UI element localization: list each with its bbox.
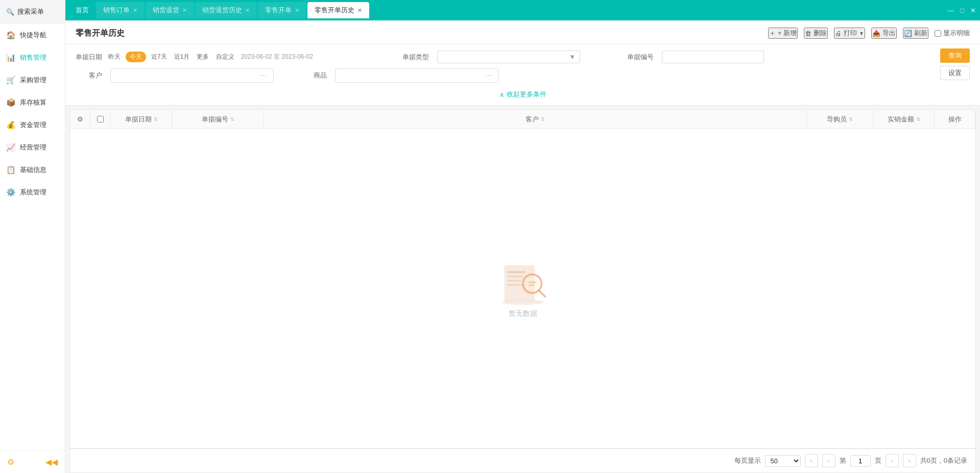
th-date[interactable]: 单据日期 ⇅	[111, 111, 172, 128]
close-tab-retail-open[interactable]: ✕	[295, 7, 299, 14]
collapse-btn[interactable]: ∧ 收起更多条件	[499, 90, 546, 99]
sort-guide-icon: ⇅	[849, 116, 853, 122]
date-opt-today[interactable]: 今天	[126, 52, 146, 62]
tab-retail-history[interactable]: 零售开单历史 ✕	[307, 2, 369, 18]
th-amount[interactable]: 实销金额 ⇅	[873, 111, 935, 128]
table-header: ⚙ 单据日期 ⇅ 单据编号 ⇅ 客户 ⇅ 导购员	[70, 110, 975, 129]
sidebar-search-label: 搜索采单	[17, 7, 44, 16]
tab-sales-return-history-label: 销货退货历史	[202, 6, 242, 15]
last-page-button[interactable]: »	[903, 454, 916, 467]
add-icon: ＋	[769, 29, 776, 38]
sidebar-item-finance[interactable]: 💰 资金管理	[0, 114, 65, 136]
box-icon: 📦	[6, 98, 16, 107]
date-opt-yesterday[interactable]: 昨天	[106, 52, 123, 62]
sidebar-item-label: 经营管理	[20, 143, 46, 152]
date-opt-more[interactable]: 更多	[195, 52, 211, 62]
th-number[interactable]: 单据编号 ⇅	[172, 111, 264, 128]
tab-sales-return[interactable]: 销货退货 ✕	[146, 2, 194, 18]
th-date-label: 单据日期	[125, 115, 152, 124]
goods-label: 商品	[300, 71, 331, 80]
filter-panel: 单据日期 昨天 今天 近7天 近1月 更多 自定义 2023-06-02 至 2…	[65, 44, 980, 106]
settings-query-button[interactable]: 设置	[940, 66, 970, 80]
th-customer[interactable]: 客户 ⇅	[264, 111, 807, 128]
sort-customer-icon: ⇅	[541, 116, 545, 122]
first-page-button[interactable]: «	[805, 454, 818, 467]
tab-home-label: 首页	[76, 6, 89, 15]
add-button[interactable]: ＋ + 新增	[768, 28, 798, 39]
close-tab-sales-return-history[interactable]: ✕	[245, 7, 250, 14]
page-header: 零售开单历史 ＋ + 新增 🗑 删除 🖨 打印 ▼ 📤 导出	[65, 20, 980, 44]
sidebar-item-purchase-mgmt[interactable]: 🛒 采购管理	[0, 69, 65, 91]
date-opt-custom[interactable]: 自定义	[214, 52, 236, 62]
delete-icon: 🗑	[805, 30, 811, 37]
per-page-select[interactable]: 50 10 20 100	[765, 455, 801, 467]
close-tab-sales-order[interactable]: ✕	[133, 7, 137, 14]
delete-button[interactable]: 🗑 删除	[804, 28, 828, 39]
collapse-sidebar-icon[interactable]: ◀◀	[45, 457, 58, 467]
th-settings[interactable]: ⚙	[70, 111, 90, 127]
sidebar-item-operations[interactable]: 📈 经营管理	[0, 136, 65, 159]
sidebar-item-system-mgmt[interactable]: ⚙️ 系统管理	[0, 181, 65, 204]
sidebar-item-quick-nav[interactable]: 🏠 快捷导航	[0, 24, 65, 46]
close-tab-sales-return[interactable]: ✕	[182, 7, 187, 14]
doc-type-arrow-icon: ▼	[569, 53, 576, 61]
th-op: 操作	[935, 111, 975, 128]
settings-bottom-icon[interactable]: ⚙	[7, 457, 14, 467]
th-guide[interactable]: 导购员 ⇅	[807, 111, 873, 128]
next-page-button[interactable]: ›	[886, 454, 899, 467]
tab-retail-open[interactable]: 零售开单 ✕	[258, 2, 306, 18]
collapse-label: 收起更多条件	[507, 90, 546, 99]
doc-number-input[interactable]	[662, 51, 764, 63]
select-all-checkbox[interactable]	[97, 116, 104, 122]
show-detail-checkbox[interactable]	[935, 30, 941, 37]
trend-icon: 📈	[6, 143, 16, 152]
sidebar-item-label: 销售管理	[20, 53, 46, 62]
main-area: 首页 销售订单 ✕ 销货退货 ✕ 销货退货历史 ✕ 零售开单 ✕ 零售开单历史 …	[65, 0, 980, 473]
customer-ellipsis[interactable]: ···	[260, 71, 267, 80]
table-area: ⚙ 单据日期 ⇅ 单据编号 ⇅ 客户 ⇅ 导购员	[69, 110, 976, 449]
sidebar-search[interactable]: 🔍 搜索采单	[0, 0, 65, 24]
sidebar-item-basic-info[interactable]: 📋 基础信息	[0, 159, 65, 181]
sidebar-item-label: 系统管理	[20, 188, 46, 197]
query-button[interactable]: 查询	[940, 48, 970, 63]
close-button[interactable]: ✕	[970, 7, 976, 14]
show-detail-label: 显示明细	[943, 29, 970, 38]
show-detail-checkbox-label[interactable]: 显示明细	[935, 29, 970, 38]
doc-type-select[interactable]: ▼	[437, 51, 580, 63]
page-word: 第	[840, 456, 846, 465]
money-icon: 💰	[6, 120, 16, 130]
tab-sales-order[interactable]: 销售订单 ✕	[96, 2, 145, 18]
export-button[interactable]: 📤 导出	[871, 28, 897, 39]
goods-ellipsis[interactable]: ···	[485, 71, 492, 80]
settings-col-icon: ⚙	[77, 115, 83, 123]
empty-text: 暂无数据	[509, 309, 537, 318]
total-info: 共0页，0条记录	[920, 456, 967, 465]
date-opt-1month[interactable]: 近1月	[172, 52, 192, 62]
close-tab-retail-history[interactable]: ✕	[357, 7, 362, 14]
tab-sales-return-history[interactable]: 销货退货历史 ✕	[195, 2, 257, 18]
minimize-button[interactable]: —	[947, 7, 954, 14]
tabbar: 首页 销售订单 ✕ 销货退货 ✕ 销货退货历史 ✕ 零售开单 ✕ 零售开单历史 …	[65, 0, 980, 20]
svg-rect-4	[507, 280, 521, 282]
tab-home[interactable]: 首页	[69, 2, 95, 18]
prev-page-button[interactable]: ‹	[822, 454, 835, 467]
print-button[interactable]: 🖨 打印 ▼	[834, 28, 865, 39]
export-icon: 📤	[872, 30, 880, 37]
page-title: 零售开单历史	[76, 28, 125, 39]
doc-icon: 📋	[6, 165, 16, 175]
maximize-button[interactable]: □	[960, 7, 964, 14]
date-opt-7days[interactable]: 近7天	[149, 52, 169, 62]
sidebar-item-inventory[interactable]: 📦 库存核算	[0, 91, 65, 114]
window-controls: — □ ✕	[947, 7, 976, 14]
svg-rect-3	[507, 276, 523, 278]
empty-state: 暂无数据	[70, 129, 975, 448]
date-label: 单据日期	[76, 53, 106, 62]
page-label: 页	[875, 456, 881, 465]
sidebar-item-sales-mgmt[interactable]: 📊 销售管理	[0, 46, 65, 69]
collapse-up-icon: ∧	[499, 91, 505, 98]
page-number-input[interactable]	[850, 455, 871, 467]
refresh-button[interactable]: 🔄 刷新	[903, 28, 928, 39]
th-customer-label: 客户	[525, 115, 539, 124]
th-checkbox[interactable]	[90, 112, 111, 127]
doc-type-label: 单据类型	[402, 53, 433, 62]
